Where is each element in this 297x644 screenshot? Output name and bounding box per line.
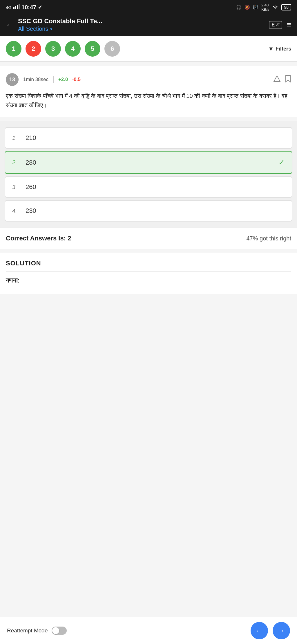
q-bubble-4[interactable]: 4 [65, 41, 81, 57]
correct-check-icon: ✓ [278, 158, 285, 167]
option-item-4[interactable]: 4.230 [5, 200, 292, 222]
volume-icon: 📳 [253, 5, 258, 10]
back-button[interactable]: ← [6, 20, 13, 29]
got-right-text: 47% got this right [246, 235, 291, 242]
svg-rect-1 [15, 6, 16, 9]
solution-title: SOLUTION [6, 260, 291, 272]
section-label: All Sections [18, 26, 48, 32]
svg-rect-2 [17, 5, 18, 9]
filter-icon: ▼ [268, 46, 274, 52]
reattempt-label: Reattempt Mode [7, 627, 48, 634]
language-button[interactable]: E अ [269, 21, 282, 29]
battery-badge: 98 [281, 4, 291, 10]
svg-rect-3 [19, 4, 20, 9]
status-bar: 4G 10:47 ✔ 🎧 🔕 📳 2.40KB/s 98 [0, 0, 297, 15]
nav-buttons: ← → [251, 622, 290, 639]
question-time: 1min 38sec [23, 77, 48, 82]
bottom-spacer [0, 294, 297, 323]
prev-icon: ← [256, 626, 263, 635]
reattempt-row: Reattempt Mode [7, 627, 67, 635]
option-item-3[interactable]: 3.260 [5, 176, 292, 198]
option-number-1: 1. [12, 135, 20, 141]
question-meta: 13 1min 38sec +2.0 -0.5 [6, 73, 291, 86]
correct-answer-label: Correct Answers Is: 2 [6, 235, 71, 242]
header-title-block: SSC GD Constable Full Te... All Sections… [18, 17, 264, 32]
app-header: ← SSC GD Constable Full Te... All Sectio… [0, 15, 297, 36]
minus-marks: -0.5 [72, 77, 81, 82]
toggle-knob [52, 627, 59, 634]
plus-marks: +2.0 [58, 77, 68, 82]
q-bubble-5[interactable]: 5 [85, 41, 100, 57]
meta-divider [53, 76, 54, 83]
data-speed: 2.40KB/s [261, 3, 269, 12]
bookmark-icon[interactable] [285, 75, 291, 84]
status-right: 🎧 🔕 📳 2.40KB/s 98 [236, 3, 291, 12]
q-bubble-3[interactable]: 3 [45, 41, 61, 57]
option-number-4: 4. [12, 208, 20, 214]
q-bubble-2[interactable]: 2 [26, 41, 41, 57]
option-item-1[interactable]: 1.210 [5, 127, 292, 149]
prev-button[interactable]: ← [251, 622, 268, 639]
status-left: 4G 10:47 ✔ [6, 4, 42, 11]
question-action-icons [273, 75, 291, 84]
question-card: 13 1min 38sec +2.0 -0.5 एक संख्या जिसक [0, 66, 297, 117]
headphone-icon: 🎧 [236, 5, 242, 10]
chevron-down-icon: ▾ [50, 27, 52, 31]
signal-text: 4G [6, 5, 12, 10]
alert-icon[interactable] [273, 75, 281, 84]
correct-answer-row: Correct Answers Is: 2 47% got this right [0, 227, 297, 249]
reattempt-toggle[interactable] [52, 627, 67, 635]
bell-icon: 🔕 [245, 5, 250, 10]
menu-button[interactable]: ≡ [287, 20, 291, 29]
q-bubble-6[interactable]: 6 [104, 41, 120, 57]
section-selector[interactable]: All Sections ▾ [18, 26, 264, 32]
question-marks: +2.0 -0.5 [58, 77, 81, 82]
svg-rect-0 [13, 7, 15, 9]
option-number-3: 3. [12, 184, 20, 190]
next-icon: → [278, 626, 285, 635]
signal-bars [13, 4, 20, 11]
svg-point-5 [277, 80, 277, 81]
option-text-4: 230 [26, 207, 285, 215]
solution-section: SOLUTION गणना: [0, 253, 297, 294]
header-icons: E अ ≡ [269, 20, 291, 29]
option-text-3: 260 [26, 183, 285, 191]
question-number-badge: 13 [6, 73, 19, 86]
check-icon-status: ✔ [38, 4, 42, 10]
option-number-2: 2. [12, 159, 20, 166]
options-section: 1.2102.280✓3.2604.230 [0, 121, 297, 227]
solution-subtitle: गणना: [6, 277, 291, 284]
option-item-2[interactable]: 2.280✓ [5, 151, 292, 174]
option-text-2: 280 [26, 159, 278, 166]
question-nav: 123456 ▼ Filters [0, 36, 297, 62]
filters-button[interactable]: ▼ Filters [268, 46, 291, 52]
app-title: SSC GD Constable Full Te... [18, 17, 264, 25]
filters-label: Filters [276, 46, 291, 52]
option-text-1: 210 [26, 134, 285, 142]
wifi-icon [272, 4, 278, 10]
q-bubble-1[interactable]: 1 [6, 41, 21, 57]
question-text: एक संख्या जिसके पाँचवें भाग में 4 की वृद… [6, 91, 291, 110]
next-button[interactable]: → [273, 622, 290, 639]
time-display: 10:47 [21, 4, 36, 11]
bottom-bar: Reattempt Mode ← → [0, 617, 297, 644]
